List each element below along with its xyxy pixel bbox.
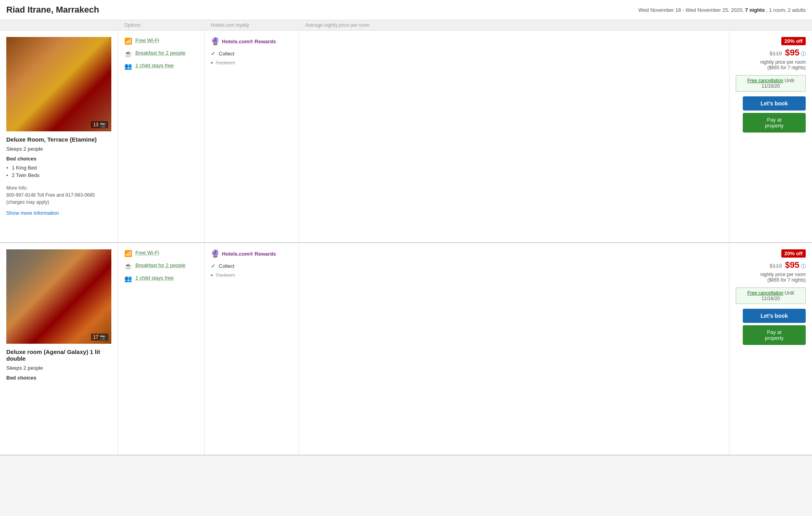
col-header-book bbox=[729, 22, 812, 28]
price-area-1: $119 $95 ⓘ bbox=[770, 48, 806, 58]
wifi-label-2[interactable]: Free Wi-Fi bbox=[135, 249, 159, 256]
loyalty-redeem-2: ▪ Redeem bbox=[211, 272, 292, 278]
bed-choices-label-2: Bed choices bbox=[6, 375, 111, 381]
price-current-1: $95 bbox=[785, 48, 799, 57]
loyalty-brand-name-1: Hotels.com® Rewards bbox=[222, 39, 276, 44]
square-icon: ▪ bbox=[211, 60, 213, 66]
options-col-1: 📶 Free Wi-Fi ☕ Breakfast for 2 people 👥 … bbox=[118, 31, 205, 242]
discount-badge-1: 20% off bbox=[781, 37, 806, 45]
free-cancel-box-2: Free cancellation Until 11/16/20 bbox=[736, 287, 806, 304]
wifi-icon: 📶 bbox=[124, 250, 132, 257]
book-col-2: 20% off $119 $95 ⓘ nightly price per roo… bbox=[729, 243, 812, 455]
page-header: Riad Itrane, Marrakech Wed November 18 -… bbox=[0, 0, 812, 20]
info-icon[interactable]: ⓘ bbox=[801, 264, 806, 269]
booking-info: Wed November 18 - Wed November 25, 2020,… bbox=[639, 7, 806, 13]
room-info-col-1: 13 📷 Deluxe Room, Terrace (Etamine) Slee… bbox=[0, 31, 118, 242]
price-area-2: $119 $95 ⓘ bbox=[770, 260, 806, 270]
free-cancel-link-1[interactable]: Free cancellation bbox=[747, 78, 783, 83]
room-row: 17 📷 Deluxe room (Agena/ Galaxy) 1 lit d… bbox=[0, 243, 812, 455]
pay-button-1[interactable]: Pay atproperty bbox=[743, 113, 806, 133]
breakfast-label-2[interactable]: Breakfast for 2 people bbox=[135, 262, 185, 269]
square-icon: ▪ bbox=[211, 272, 213, 278]
col-header-room bbox=[0, 22, 118, 28]
loyalty-redeem-1: ▪ Redeem bbox=[211, 60, 292, 66]
redeem-label-1: Redeem bbox=[216, 60, 235, 66]
breakfast-label-1[interactable]: Breakfast for 2 people bbox=[135, 50, 185, 57]
child-icon: 👥 bbox=[124, 275, 132, 282]
col-header-options: Options bbox=[118, 22, 205, 28]
breakfast-icon: ☕ bbox=[124, 50, 132, 57]
show-more-link-1[interactable]: Show more information bbox=[6, 210, 59, 216]
room-info-col-2: 17 📷 Deluxe room (Agena/ Galaxy) 1 lit d… bbox=[0, 243, 118, 455]
booking-dates: Wed November 18 - Wed November 25, 2020, bbox=[639, 7, 744, 13]
loyalty-col-1: 🔮 Hotels.com® Rewards ✓ Collect ▪ Redeem bbox=[205, 31, 299, 242]
price-original-1: $119 bbox=[770, 50, 782, 57]
price-col-1 bbox=[299, 31, 729, 242]
photo-count-1[interactable]: 13 📷 bbox=[91, 121, 108, 128]
discount-badge-2: 20% off bbox=[781, 249, 806, 258]
wifi-label-1[interactable]: Free Wi-Fi bbox=[135, 37, 159, 44]
column-headers: Options Hotels.com loyalty Average night… bbox=[0, 20, 812, 31]
option-breakfast-2: ☕ Breakfast for 2 people bbox=[124, 262, 198, 270]
loyalty-collect-2: ✓ Collect bbox=[211, 263, 292, 269]
sleeps-2: Sleeps 2 people bbox=[6, 365, 111, 371]
bed-choices-label-1: Bed choices bbox=[6, 156, 111, 162]
room-image-1[interactable]: 13 📷 bbox=[6, 37, 111, 131]
more-info-1: More Info: 800-997-9148 Toll Free and 81… bbox=[6, 184, 111, 206]
price-label-2: nightly price per room ($665 for 7 night… bbox=[760, 272, 806, 283]
price-label-1: nightly price per room ($665 for 7 night… bbox=[760, 59, 806, 70]
hotel-title: Riad Itrane, Marrakech bbox=[6, 5, 99, 15]
check-icon: ✓ bbox=[211, 263, 216, 269]
loyalty-brand-1: 🔮 Hotels.com® Rewards bbox=[211, 37, 292, 46]
price-current-2: $95 bbox=[785, 260, 799, 270]
free-cancel-link-2[interactable]: Free cancellation bbox=[747, 290, 783, 296]
child-label-1[interactable]: 1 child stays free bbox=[135, 62, 174, 69]
child-label-2[interactable]: 1 child stays free bbox=[135, 275, 174, 282]
option-wifi-2: 📶 Free Wi-Fi bbox=[124, 249, 198, 257]
room-row: 13 📷 Deluxe Room, Terrace (Etamine) Slee… bbox=[0, 31, 812, 243]
option-breakfast-1: ☕ Breakfast for 2 people bbox=[124, 50, 198, 57]
list-item: 2 Twin Beds bbox=[6, 171, 111, 179]
camera-icon: 📷 bbox=[100, 122, 106, 127]
options-col-2: 📶 Free Wi-Fi ☕ Breakfast for 2 people 👥 … bbox=[118, 243, 205, 455]
more-info-note: (charges may apply) bbox=[6, 199, 49, 205]
pay-button-2[interactable]: Pay atproperty bbox=[743, 325, 806, 345]
list-item: 1 King Bed bbox=[6, 164, 111, 171]
price-original-2: $119 bbox=[770, 263, 782, 269]
col-header-price: Average nightly price per room bbox=[299, 22, 729, 28]
wifi-icon: 📶 bbox=[124, 37, 132, 45]
sleeps-1: Sleeps 2 people bbox=[6, 146, 111, 152]
room-image-2[interactable]: 17 📷 bbox=[6, 249, 111, 344]
option-wifi-1: 📶 Free Wi-Fi bbox=[124, 37, 198, 45]
camera-icon: 📷 bbox=[100, 334, 106, 340]
book-button-1[interactable]: Let's book bbox=[743, 96, 806, 111]
room-name-2: Deluxe room (Agena/ Galaxy) 1 lit double bbox=[6, 348, 111, 362]
price-col-2 bbox=[299, 243, 729, 455]
more-info-label: More Info: bbox=[6, 185, 28, 191]
bed-list-1: 1 King Bed 2 Twin Beds bbox=[6, 164, 111, 179]
breakfast-icon: ☕ bbox=[124, 262, 132, 270]
rewards-icon: 🔮 bbox=[211, 37, 220, 46]
redeem-label-2: Redeem bbox=[216, 272, 235, 278]
photo-count-2[interactable]: 17 📷 bbox=[91, 334, 108, 341]
collect-label-2: Collect bbox=[219, 263, 234, 269]
room-list: 13 📷 Deluxe Room, Terrace (Etamine) Slee… bbox=[0, 31, 812, 455]
option-child-1: 👥 1 child stays free bbox=[124, 62, 198, 70]
child-icon: 👥 bbox=[124, 63, 132, 70]
loyalty-brand-name-2: Hotels.com® Rewards bbox=[222, 251, 276, 257]
check-icon: ✓ bbox=[211, 50, 216, 57]
booking-details: , 1 room, 2 adults bbox=[766, 7, 806, 13]
book-col-1: 20% off $119 $95 ⓘ nightly price per roo… bbox=[729, 31, 812, 242]
loyalty-col-2: 🔮 Hotels.com® Rewards ✓ Collect ▪ Redeem bbox=[205, 243, 299, 455]
booking-nights: 7 nights bbox=[745, 7, 765, 13]
info-icon[interactable]: ⓘ bbox=[801, 51, 806, 57]
loyalty-collect-1: ✓ Collect bbox=[211, 50, 292, 57]
book-button-2[interactable]: Let's book bbox=[743, 309, 806, 323]
collect-label-1: Collect bbox=[219, 51, 234, 57]
option-child-2: 👥 1 child stays free bbox=[124, 275, 198, 282]
room-name-1: Deluxe Room, Terrace (Etamine) bbox=[6, 136, 111, 143]
col-header-loyalty: Hotels.com loyalty bbox=[205, 22, 299, 28]
free-cancel-box-1: Free cancellation Until 11/16/20 bbox=[736, 75, 806, 92]
rewards-icon: 🔮 bbox=[211, 249, 220, 258]
more-info-phones: 800-997-9148 Toll Free and 817-983-0665 bbox=[6, 192, 95, 198]
